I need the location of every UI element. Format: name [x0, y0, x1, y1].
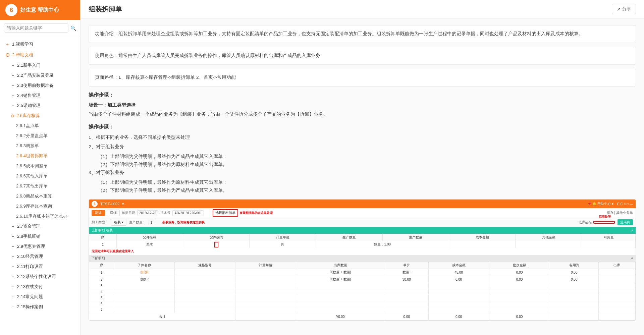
plus-icon: ＋ [5, 42, 10, 47]
col-l-name: 子件名称 [114, 262, 175, 269]
mock-lower-table: 序 子件名称 规格型号 计量单位 出库数量 单价 成本金额 批次金额 备用列 出… [89, 262, 636, 320]
sidebar-leaf-2610[interactable]: 2.6.10库存账本错了怎么办 [0, 211, 80, 221]
mock-new-btn[interactable]: 新建 [92, 210, 105, 216]
step-2-1: （1）上部明细为父件明细，最终作为产成品生成其它入库单； [89, 153, 636, 161]
cell-unit: 间 [250, 241, 316, 248]
plus-icon: ＋ [11, 93, 15, 99]
mock-icons-right: 📌 🔔 帮助中心 ● [587, 202, 613, 206]
sidebar-item-coupon[interactable]: ＋ 2.9优惠券管理 [0, 241, 80, 252]
sidebar-item-personalize[interactable]: ＋ 2.12系统个性化设置 [0, 272, 80, 282]
col-l-price: 单价 [385, 262, 428, 269]
sidebar-leaf-263[interactable]: 2.6.3调拨单 [0, 141, 80, 151]
col-unit: 计量单位 [250, 234, 316, 241]
share-icon: ↗ [617, 7, 621, 12]
mock-annotation4: 启用处理 [599, 215, 611, 219]
minus-icon: ⊖ [11, 113, 14, 118]
sidebar-leaf-269[interactable]: 2.6.9库存账本查询 [0, 201, 80, 211]
plus-icon: ＋ [11, 304, 15, 310]
sidebar-leaf-268[interactable]: 2.6.8商品成本重算 [0, 191, 80, 201]
mock-lower-header: 下部明细 ↗ [89, 255, 636, 262]
col-cost-amt: 成本金额 [449, 234, 515, 241]
mock-lower-table-wrapper: 序 子件名称 规格型号 计量单位 出库数量 单价 成本金额 批次金额 备用列 出… [89, 262, 636, 320]
plus-icon: ＋ [11, 233, 15, 239]
mock-close-area: C C × □ — [617, 202, 633, 206]
share-button[interactable]: ↗ 分享 [612, 4, 636, 14]
sidebar-item-helpdocs[interactable]: ⊖ 2.帮助文档 [0, 50, 80, 60]
col-avail: 可用量 [582, 234, 636, 241]
search-input[interactable] [4, 23, 68, 33]
sidebar-leaf-267[interactable]: 2.6.7其他出库单 [0, 181, 80, 191]
sidebar-leaf-266[interactable]: 2.6.6其他入库单 [0, 171, 80, 181]
sidebar-item-video[interactable]: ＋ 1.视频学习 [0, 39, 80, 50]
step-2: 2、对于组装业务 [89, 143, 636, 151]
table-row: 2 假假 2 0(数量 + 数量) 30.00 0.00 0.00 0.00 [89, 276, 636, 283]
mock-lower-tbody: 1 假假1 0(数量 + 数量) 数量1 45.00 0.00 0.00 [89, 269, 636, 313]
mock-highlight-input [214, 242, 218, 247]
col-l-seq: 序 [89, 262, 114, 269]
mock-titlebar: 6 TEST-H002 ▾ 📌 🔔 帮助中心 ● C C × □ — [89, 200, 636, 208]
mock-type-row: 加工类型： 组装 ▾ 生产数量： 1 组装业务、拆卸业务在这里切换 仓库品名 立… [89, 218, 636, 227]
cell-other [516, 241, 582, 248]
sidebar-item-data-prep[interactable]: ＋ 2.3使用前数据准备 [0, 80, 80, 91]
sidebar-leaf-262[interactable]: 2.6.2分量盘点单 [0, 131, 80, 141]
mock-lower-thead: 序 子件名称 规格型号 计量单位 出库数量 单价 成本金额 批次金额 备用列 出… [89, 262, 636, 269]
sidebar-leaf-264[interactable]: 2.6.4组装拆卸单 [0, 151, 80, 161]
sidebar-item-cases[interactable]: ＋ 2.15操作案例 [0, 302, 80, 312]
step-1: 1、根据不同的业务，选择不同单据的类型来处理 [89, 133, 636, 142]
sidebar-item-mobile[interactable]: ＋ 2.8手机旺铺 [0, 231, 80, 241]
sidebar: 6 好生意 帮助中心 🔍 ＋ 1.视频学习 ⊖ 2.帮助文档 ＋ 2.1新手入门 [0, 0, 80, 335]
table-row: 1 关木 间 数量：1.00 [89, 241, 636, 248]
mock-store-input[interactable] [593, 221, 615, 224]
screenshot-container: 6 TEST-H002 ▾ 📌 🔔 帮助中心 ● C C × □ — 新建 详细… [89, 199, 636, 321]
table-row: 4 [89, 289, 636, 295]
mock-form-num-val: AD-20191226-001 [172, 210, 204, 216]
mock-enable-area: 仓库品名 立采到 启用处理 [579, 219, 633, 225]
mock-form-date-val: 2019-12-26 [137, 210, 158, 216]
step-2-2: （2）下部明细为子件明细，最终作为原材料生成其它出库单。 [89, 161, 636, 169]
table-row: 6 [89, 301, 636, 307]
col-other-amt: 其他金额 [516, 234, 582, 241]
sidebar-leaf-265[interactable]: 2.6.5成本调整单 [0, 161, 80, 171]
sidebar-search-bar: 🔍 [0, 20, 80, 36]
sidebar-item-beginner[interactable]: ＋ 2.1新手入门 [0, 60, 80, 70]
sidebar-item-sales[interactable]: ＋ 2.4销售管理 [0, 91, 80, 101]
lower-header-row: 序 子件名称 规格型号 计量单位 出库数量 单价 成本金额 批次金额 备用列 出… [89, 262, 636, 269]
mock-upper-tbody: 1 关木 间 数量：1.00 [89, 241, 636, 248]
mock-form-num-label: 流水号 [160, 211, 170, 215]
plus-icon: ＋ [11, 62, 15, 68]
col-l-cost: 成本金额 [428, 262, 489, 269]
sidebar-item-faq[interactable]: ＋ 2.14常见问题 [0, 292, 80, 302]
step-3-1: （1）上部明细为父件明细，最终作为原材料生成其它出库单； [89, 178, 636, 186]
intro-block-3: 页面路径：1、库存核算->库存管理->组装拆卸单 2、首页->常用功能 [89, 69, 636, 87]
cell-cost [449, 241, 515, 248]
main-panel: 组装拆卸单 ↗ 分享 功能介绍：组装拆卸单用来处理企业组装或拆卸等加工业务，支持… [80, 0, 644, 335]
sidebar-item-install[interactable]: ＋ 2.2产品安装及登录 [0, 70, 80, 80]
steps-title: 操作步骤： [89, 124, 636, 130]
sidebar-leaf-261[interactable]: 2.6.1盘点单 [0, 121, 80, 131]
search-icon[interactable]: 🔍 [70, 25, 76, 31]
minus-icon: ⊖ [5, 52, 10, 58]
sidebar-item-finance[interactable]: ＋ 2.7资金管理 [0, 221, 80, 231]
sidebar-item-purchase[interactable]: ＋ 2.5采购管理 [0, 101, 80, 111]
mock-peiliao-btn[interactable]: 选择配料清单 [213, 209, 238, 217]
plus-icon: ＋ [11, 294, 15, 300]
plus-icon: ＋ [11, 82, 15, 89]
mock-type-selector[interactable]: 组装 ▾ [111, 219, 126, 226]
main-header: 组装拆卸单 ↗ 分享 [80, 0, 644, 18]
plus-icon: ＋ [11, 254, 15, 260]
sidebar-item-operations[interactable]: ＋ 2.10经营管理 [0, 252, 80, 262]
mock-qty-label: 生产数量： [129, 220, 146, 225]
col-prod-qty2: 生产数量 [382, 234, 449, 241]
mock-enable-btn[interactable]: 立采到 [618, 219, 633, 225]
app-logo: 6 [5, 4, 17, 16]
mock-detail-btn[interactable]: 详细 [107, 210, 120, 216]
mock-store-label: 仓库品名 [579, 220, 592, 225]
col-l-unit: 计量单位 [235, 262, 296, 269]
sidebar-item-payment[interactable]: ＋ 2.13在线支付 [0, 282, 80, 292]
step-3-2: （2）下部明细为子件明细，最终作为产成品生成其它入库单。 [89, 186, 636, 194]
sidebar-item-print[interactable]: ＋ 2.11打印设置 [0, 262, 80, 272]
cell-avail [582, 241, 636, 248]
mock-section-lower-label: 下部明细 [92, 256, 105, 261]
mock-annotation5: 无固定清单可以直接在这里录入 [92, 249, 134, 253]
sidebar-item-inventory[interactable]: ⊖ 2.6库存核算 [0, 111, 80, 121]
